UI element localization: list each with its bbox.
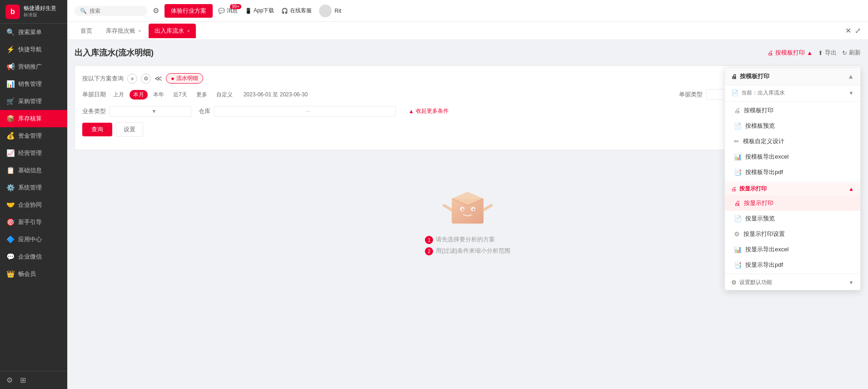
tab-minimize[interactable]: ⤢: [855, 26, 861, 35]
pdf-icon-1: 📑: [734, 169, 742, 176]
sidebar-item-wechat[interactable]: 💬 企业微信: [0, 248, 67, 265]
tab-home[interactable]: 首页: [75, 24, 98, 38]
headset-icon: 🎧: [281, 8, 288, 14]
display-section-arrow-icon: ▲: [848, 186, 854, 192]
dropdown-title: 🖨 按模板打印: [731, 72, 769, 80]
sidebar-item-basic-info[interactable]: 📋 基础信息: [0, 162, 67, 179]
message-badge[interactable]: 💬 消息 99+: [218, 7, 238, 15]
date-tab-more[interactable]: 更多: [193, 90, 211, 100]
topbar-gear-icon[interactable]: ⚙: [153, 6, 159, 15]
current-template-icon: 📄: [731, 90, 738, 96]
collapse-btn[interactable]: ▲ 收起更多条件: [403, 105, 454, 117]
sidebar-item-purchase[interactable]: 🛒 采购管理: [0, 93, 67, 110]
search-btn[interactable]: 查询: [82, 123, 112, 136]
tabs-bar: 首页 库存批次账 × 出入库流水 × ✕ ⤢: [67, 22, 868, 40]
quick-nav-icon: ⚡: [6, 45, 15, 54]
date-tab-this-year[interactable]: 本年: [150, 90, 168, 100]
sidebar-item-inventory[interactable]: 📦 库存核算: [0, 110, 67, 127]
filter-arrow-icon[interactable]: ≪: [155, 74, 162, 83]
sales-icon: 📊: [6, 80, 15, 88]
dropdown-item-template-custom[interactable]: ✏ 模板自定义设计: [725, 134, 860, 149]
sidebar-item-finance[interactable]: 💰 资金管理: [0, 127, 67, 145]
dropdown-collapse-icon[interactable]: ▲: [848, 73, 854, 80]
avatar: [319, 5, 332, 17]
current-template-item[interactable]: 📄 当前：出入库流水 ▼: [725, 85, 860, 100]
dropdown-item-display-print-settings[interactable]: ⚙ 按显示打印设置: [725, 226, 860, 242]
sidebar-item-system[interactable]: ⚙️ 系统管理: [0, 179, 67, 196]
app-download[interactable]: 📱 App下载: [245, 7, 274, 15]
sidebar-item-enterprise[interactable]: 🤝 企业协同: [0, 196, 67, 214]
toggle-bottom-icon[interactable]: ⊞: [20, 376, 26, 384]
settings-bottom-icon[interactable]: ⚙: [6, 376, 13, 384]
app-logo: b 畅捷通好生意 标准版: [0, 0, 67, 24]
refresh-btn[interactable]: ↻ 刷新: [842, 49, 861, 57]
topbar-search-container[interactable]: 🔍: [75, 6, 147, 16]
printer-icon: 🖨: [768, 50, 773, 56]
username: Rit: [334, 8, 341, 14]
preview-icon-2: 📄: [734, 215, 742, 222]
printer-dropdown-icon: 🖨: [731, 73, 737, 80]
sidebar-item-sales[interactable]: 📊 销售管理: [0, 75, 67, 93]
date-tabs: 上月 本月 本年 近7天 更多 自定义: [110, 90, 236, 100]
tab-close-all[interactable]: ✕: [845, 26, 851, 35]
dropdown-item-display-excel[interactable]: 📊 按显示导出excel: [725, 242, 860, 257]
tab-batch-account[interactable]: 库存批次账 ×: [100, 24, 147, 38]
filter-label: 按以下方案查询: [82, 75, 124, 83]
guide-icon: 🎯: [6, 218, 15, 226]
filter-chip-flow-detail[interactable]: ● 流水明细: [166, 73, 203, 84]
dropdown-item-display-preview[interactable]: 📄 按显示预览: [725, 211, 860, 226]
user-area[interactable]: Rit: [319, 5, 341, 17]
pdf-icon-2: 📑: [734, 261, 742, 269]
empty-step-2: 2 用[过滤]条件来缩小分析范围: [425, 247, 510, 255]
sidebar-item-operations[interactable]: 📈 经营管理: [0, 145, 67, 162]
tab-close-flow-detail[interactable]: ×: [187, 28, 190, 34]
date-tab-last-month[interactable]: 上月: [110, 90, 128, 100]
marketing-icon: 📢: [6, 63, 15, 71]
biz-type-label: 业务类型: [82, 107, 106, 115]
dropdown-item-template-preview[interactable]: 📄 按模板预览: [725, 118, 860, 134]
date-tab-this-month[interactable]: 本月: [130, 90, 148, 100]
sidebar-item-guide[interactable]: 🎯 新手引导: [0, 214, 67, 231]
dropdown-item-template-excel[interactable]: 📊 按模板导出excel: [725, 149, 860, 165]
sidebar-item-member[interactable]: 👑 畅会员: [0, 265, 67, 283]
print-template-btn[interactable]: 🖨 按模板打印 ▲: [768, 49, 813, 57]
biz-type-select[interactable]: ▼: [110, 106, 191, 117]
dropdown-item-template-print[interactable]: 🖨 按模板打印: [725, 103, 860, 118]
export-btn[interactable]: ⬆ 导出: [818, 49, 837, 57]
sidebar-item-search[interactable]: 🔍 搜索菜单: [0, 24, 67, 41]
filter-settings-btn[interactable]: ⚙: [141, 74, 151, 84]
settings-btn[interactable]: 设置: [116, 122, 143, 137]
warehouse-select[interactable]: ···: [214, 106, 396, 117]
topbar-search-input[interactable]: [90, 8, 135, 14]
divider-1: [725, 101, 860, 102]
online-service[interactable]: 🎧 在线客服: [281, 7, 312, 15]
warehouse-label: 仓库: [199, 107, 210, 115]
print-icon-2: 🖨: [734, 199, 740, 207]
dropdown-header: 🖨 按模板打印 ▲: [725, 68, 860, 85]
date-tab-custom[interactable]: 自定义: [213, 90, 236, 100]
tab-close-batch-account[interactable]: ×: [138, 28, 141, 34]
app-name: 畅捷通好生意: [24, 5, 56, 12]
trial-btn[interactable]: 体验行业方案: [165, 4, 213, 18]
app-download-icon: 📱: [245, 8, 252, 14]
default-arrow-icon: ▼: [848, 279, 854, 286]
dropdown-item-template-pdf[interactable]: 📑 按模板导出pdf: [725, 165, 860, 180]
set-default-section[interactable]: ⚙ 设置默认功能 ▼: [725, 275, 860, 290]
sidebar-item-quick-nav[interactable]: ⚡ 快捷导航: [0, 41, 67, 58]
basic-info-icon: 📋: [6, 166, 15, 175]
filter-add-btn[interactable]: +: [127, 74, 137, 84]
tab-flow-detail[interactable]: 出入库流水 ×: [149, 24, 195, 38]
app-version: 标准版: [24, 12, 56, 18]
display-print-section-header[interactable]: 🖨 按显示打印 ▲: [725, 182, 860, 195]
date-tab-last7days[interactable]: 近7天: [170, 90, 191, 100]
empty-step-1: 1 请先选择要分析的方案: [425, 235, 510, 244]
topbar-search-icon: 🔍: [80, 8, 87, 14]
svg-line-9: [484, 205, 491, 210]
system-icon: ⚙️: [6, 184, 15, 192]
sidebar-item-app-center[interactable]: 🔷 应用中心: [0, 231, 67, 248]
dropdown-item-display-print[interactable]: 🖨 按显示打印: [725, 195, 860, 211]
dropdown-item-display-pdf[interactable]: 📑 按显示导出pdf: [725, 257, 860, 273]
date-field-label: 单据日期: [82, 90, 106, 99]
sidebar-item-marketing[interactable]: 📢 营销推广: [0, 58, 67, 75]
date-range: 2023-06-01 至 2023-06-30: [244, 91, 308, 99]
